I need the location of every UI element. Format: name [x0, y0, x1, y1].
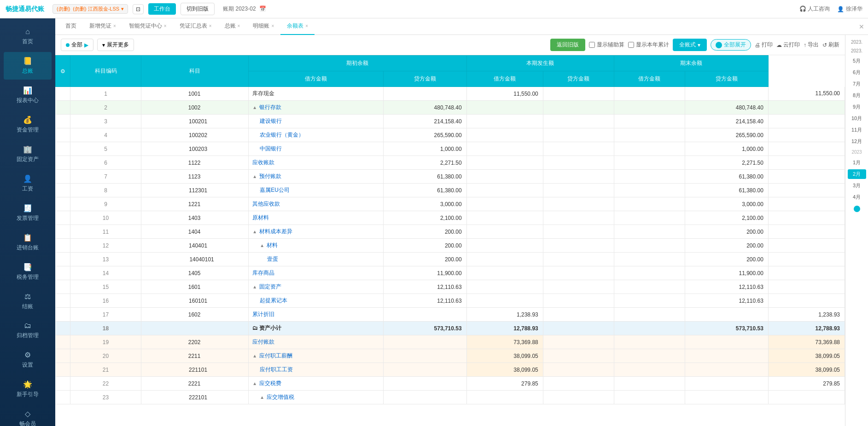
row-name-text[interactable]: 应交税费 — [259, 380, 281, 386]
row-name-text[interactable]: 应付账款 — [252, 339, 274, 345]
row-settings[interactable] — [56, 211, 70, 225]
row-name-text[interactable]: 应付职工薪酬 — [259, 352, 292, 359]
row-name[interactable]: ▲ 材料成本差异 — [249, 225, 384, 239]
right-panel-dot[interactable] — [854, 206, 860, 212]
expand-icon[interactable]: ▲ — [252, 105, 258, 110]
workbench-button[interactable]: 工作台 — [148, 3, 176, 15]
row-settings[interactable] — [56, 363, 70, 377]
row-name[interactable]: 起提累记本 — [249, 294, 384, 308]
month-9[interactable]: 9月 — [848, 102, 866, 112]
row-settings[interactable] — [56, 322, 70, 335]
row-name[interactable]: ▲ 材料 — [249, 239, 384, 253]
row-settings[interactable] — [56, 101, 70, 115]
row-name[interactable]: 其他应收款 — [249, 197, 384, 211]
close-all-tabs[interactable]: ✕ — [859, 23, 864, 30]
refresh-button[interactable]: ↺ 刷新 — [822, 41, 839, 49]
row-name-text[interactable]: 固定资产 — [259, 283, 281, 290]
row-settings[interactable] — [56, 391, 70, 404]
copy-icon[interactable]: ⊡ — [133, 4, 144, 14]
tab-close-balance[interactable]: × — [305, 23, 308, 29]
return-button[interactable]: 返回旧版 — [550, 39, 585, 51]
tab-close-voucher-summary[interactable]: × — [209, 23, 212, 29]
sidebar-item-invoice[interactable]: 🧾 发票管理 — [4, 199, 52, 227]
row-name-text[interactable]: 其他应收款 — [252, 201, 280, 207]
tab-ledger-main[interactable]: 总账 × — [218, 18, 247, 35]
month-2[interactable]: 2月 — [848, 169, 866, 179]
row-name-text[interactable]: 银行存款 — [259, 104, 281, 110]
expand-icon[interactable]: ▲ — [260, 395, 266, 400]
row-settings[interactable] — [56, 335, 70, 349]
row-name[interactable]: 嘉属EU公司 — [249, 184, 384, 197]
row-name[interactable]: 应付职工工资 — [249, 363, 384, 377]
row-name-text[interactable]: 应付职工工资 — [260, 366, 293, 373]
expand-all-toggle[interactable]: 全部展开 — [711, 39, 751, 51]
switch-version-button[interactable]: 切到旧版 — [181, 3, 215, 15]
month-3[interactable]: 3月 — [848, 181, 866, 190]
row-settings[interactable] — [56, 308, 70, 322]
cloud-print-button[interactable]: ☁ 云打印 — [776, 41, 800, 49]
row-settings[interactable] — [56, 128, 70, 142]
full-mode-button[interactable]: 全账式 ▾ — [673, 39, 707, 51]
expand-more-button[interactable]: ▾ 展开更多 — [97, 39, 134, 51]
month-7[interactable]: 7月 — [848, 79, 866, 89]
month-10[interactable]: 10月 — [848, 114, 866, 123]
month-1[interactable]: 1月 — [848, 158, 866, 167]
tab-close-ledger[interactable]: × — [238, 23, 240, 29]
expand-icon[interactable]: ▲ — [260, 243, 266, 248]
show-aux-input[interactable] — [589, 42, 595, 48]
tab-detail-ledger[interactable]: 明细账 × — [246, 18, 280, 35]
row-name-text[interactable]: 起提累记本 — [260, 297, 287, 304]
row-settings[interactable] — [56, 225, 70, 239]
expand-icon[interactable]: ▲ — [252, 284, 258, 289]
sidebar-item-member[interactable]: ◇ 畅会员 — [4, 405, 52, 426]
sidebar-item-purchase[interactable]: 📋 进销台账 — [4, 229, 52, 256]
filter-all-button[interactable]: 全部 ▶ — [61, 39, 93, 51]
row-name-text[interactable]: 库存商品 — [252, 270, 274, 276]
row-name[interactable]: 中国银行 — [249, 142, 384, 156]
tab-new-voucher[interactable]: 新增凭证 × — [83, 18, 122, 35]
row-settings[interactable] — [56, 253, 70, 266]
period-calendar-icon[interactable]: 📅 — [259, 6, 266, 12]
row-name-text[interactable]: 应交增值税 — [267, 394, 294, 400]
month-11[interactable]: 11月 — [848, 125, 866, 135]
row-name[interactable]: ▲ 银行存款 — [249, 101, 384, 115]
row-name[interactable]: 累计折旧 — [249, 308, 384, 322]
row-name-text[interactable]: 农业银行（黄金） — [260, 132, 304, 138]
row-settings[interactable] — [56, 184, 70, 197]
sidebar-item-home[interactable]: ⌂ 首页 — [4, 23, 52, 50]
month-8[interactable]: 8月 — [848, 91, 866, 100]
show-aux-checkbox[interactable]: 显示辅助算 — [589, 41, 624, 49]
sidebar-item-ledger[interactable]: 📒 总账 — [4, 52, 52, 80]
expand-icon[interactable]: ▲ — [252, 174, 258, 179]
month-12[interactable]: 12月 — [848, 137, 866, 146]
row-settings[interactable] — [56, 197, 70, 211]
row-name-text[interactable]: 嘉属EU公司 — [260, 187, 290, 193]
expand-icon[interactable]: ▲ — [252, 353, 258, 358]
row-name-text[interactable]: 建设银行 — [260, 118, 282, 124]
row-name-text[interactable]: 材料 — [267, 242, 278, 248]
row-settings[interactable] — [56, 87, 70, 101]
row-name[interactable]: 建设银行 — [249, 115, 384, 128]
sidebar-item-archive[interactable]: 🗂 归档管理 — [4, 317, 52, 344]
row-settings[interactable] — [56, 239, 70, 253]
row-name[interactable]: 农业银行（黄金） — [249, 128, 384, 142]
row-settings[interactable] — [56, 142, 70, 156]
row-name[interactable]: ▲ 预付账款 — [249, 170, 384, 184]
row-name-text[interactable]: 壹蛋 — [267, 256, 278, 262]
expand-icon[interactable]: ▲ — [252, 381, 258, 386]
row-name-text[interactable]: 预付账款 — [259, 173, 281, 179]
tab-close-smart-center[interactable]: × — [164, 23, 167, 29]
row-settings[interactable] — [56, 377, 70, 391]
month-4[interactable]: 4月 — [848, 192, 866, 202]
row-name[interactable]: 壹蛋 — [249, 253, 384, 266]
tab-voucher-summary[interactable]: 凭证汇总表 × — [173, 18, 218, 35]
expand-icon[interactable]: ▲ — [252, 229, 258, 234]
tab-home[interactable]: 首页 — [59, 18, 83, 35]
print-button[interactable]: 🖨 打印 — [755, 41, 773, 49]
company-selector[interactable]: (勿删) (勿删) 江西股金-LSS ▾ — [52, 4, 128, 14]
row-name-text[interactable]: 应收账款 — [252, 159, 274, 166]
row-settings[interactable] — [56, 266, 70, 280]
row-name-text[interactable]: 累计折旧 — [252, 311, 274, 317]
tab-smart-center[interactable]: 智能凭证中心 × — [122, 18, 173, 35]
row-settings[interactable] — [56, 156, 70, 170]
